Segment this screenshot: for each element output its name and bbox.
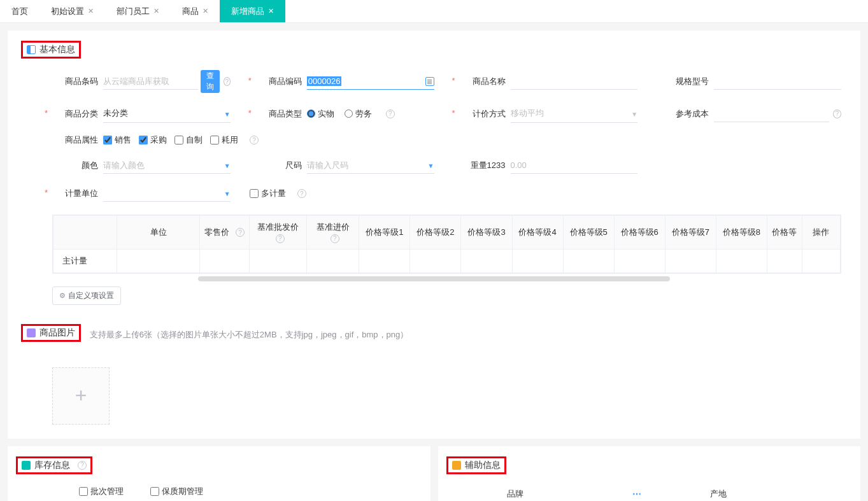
col-header: 基准进价 ? [307,216,359,250]
attr-consume-checkbox[interactable]: 耗用 [210,134,238,146]
name-label: 商品名称 [453,76,511,87]
barcode-input[interactable] [103,73,198,90]
price-table: 单位零售价 ?基准批发价 ?基准进价 ?价格等级1价格等级2价格等级3价格等级4… [52,215,841,274]
spec-input[interactable] [714,73,841,90]
section-stock-title: 库存信息 ? [16,456,92,474]
col-header: 价格等级4 [512,216,563,250]
query-button[interactable]: 查询 [201,70,220,93]
box-icon [22,461,31,470]
ptype-label: 商品类型 [250,108,307,120]
origin-label: 产地 [674,488,732,500]
image-icon [27,328,36,337]
cat-label: 商品分类 [46,108,103,120]
col-header: 价格等级6 [614,216,665,250]
col-header: 价格等 [767,216,802,250]
section-pic-title: 商品图片 [21,324,81,342]
col-header: 零售价 ? [200,216,250,250]
shelf-checkbox[interactable]: 保质期管理 [150,486,203,497]
tab-home[interactable]: 首页 [0,0,39,22]
attr-purchase-checkbox[interactable]: 采购 [139,134,167,146]
multiunit-checkbox[interactable]: 多计量 [250,188,286,199]
name-input[interactable] [511,73,638,90]
help-icon[interactable]: ? [236,228,245,237]
cat-select[interactable]: 未分类 ▼ [103,104,231,123]
custom-settings-button[interactable]: 自定义项设置 [52,286,121,305]
col-header: 价格等级3 [461,216,512,250]
unit-select[interactable]: ▼ [103,185,231,202]
help-icon[interactable]: ? [224,77,231,86]
weight-label: 重量1233 [453,160,511,171]
col-header: 基准批发价 ? [250,216,307,250]
help-icon[interactable]: ? [331,234,339,243]
color-select[interactable]: ▼ [103,157,231,174]
help-icon[interactable]: ? [833,109,841,118]
plus-icon: + [75,384,87,407]
price-label: 计价方式 [453,108,511,120]
col-header: 价格等级1 [359,216,410,250]
ptype-service-radio[interactable]: 劳务 [345,108,372,120]
table-row[interactable]: 主计量 [53,249,841,272]
attr-sale-checkbox[interactable]: 销售 [103,134,131,146]
barcode-label: 商品条码 [46,76,103,87]
help-icon[interactable]: ? [297,189,306,198]
section-basic-title: 基本信息 [21,41,81,59]
form-icon [27,45,36,54]
help-icon[interactable]: ? [386,109,395,118]
unit-label: 计量单位 [46,188,103,199]
brand-picker[interactable]: ⋯ [529,486,643,502]
weight-input[interactable] [511,157,638,174]
code-input[interactable]: 0000026 [307,73,434,90]
close-icon[interactable]: ✕ [153,7,159,15]
refcost-label: 参考成本 [657,108,714,120]
close-icon[interactable]: ✕ [268,7,274,15]
pic-help-text: 支持最多上传6张（选择的图片单张大小不超过2MB，支持jpg，jpeg，gif，… [90,330,409,339]
tab-init[interactable]: 初始设置✕ [39,0,105,22]
origin-input[interactable] [732,486,846,502]
help-icon[interactable]: ? [276,234,285,243]
color-label: 颜色 [46,160,103,171]
refcost-input[interactable] [714,106,829,122]
code-label: 商品编码 [250,76,307,87]
brand-label: 品牌 [471,488,529,500]
spec-label: 规格型号 [657,76,714,87]
col-header: 价格等级7 [665,216,716,250]
batch-checkbox[interactable]: 批次管理 [79,486,124,497]
image-uploader[interactable]: + [52,367,110,425]
tab-goods[interactable]: 商品✕ [171,0,220,22]
col-header: 单位 [117,216,200,250]
attr-self-checkbox[interactable]: 自制 [174,134,203,146]
col-header: 价格等级8 [716,216,767,250]
help-icon[interactable]: ? [250,136,259,145]
price-select[interactable]: 移动平均 ▼ [511,104,638,123]
size-select[interactable]: ▼ [307,157,434,174]
col-header: 价格等级5 [563,216,614,250]
ptype-real-radio[interactable]: 实物 [307,108,334,120]
size-label: 尺码 [250,160,307,171]
close-icon[interactable]: ✕ [88,7,94,15]
tab-add-goods[interactable]: 新增商品✕ [220,0,285,22]
attr-label: 商品属性 [46,134,103,146]
section-aux-title: 辅助信息 [446,456,506,474]
col-header: 价格等级2 [410,216,461,250]
code-gen-icon[interactable] [425,77,434,86]
ellipsis-icon[interactable]: ⋯ [632,489,643,499]
close-icon[interactable]: ✕ [203,7,208,15]
tab-bar: 首页 初始设置✕ 部门员工✕ 商品✕ 新增商品✕ [0,0,868,23]
col-header: 操作 [802,216,840,250]
doc-icon [452,461,461,470]
tab-dept[interactable]: 部门员工✕ [105,0,171,22]
h-scrollbar[interactable] [198,276,671,281]
col-header [53,216,117,250]
help-icon[interactable]: ? [78,461,87,470]
